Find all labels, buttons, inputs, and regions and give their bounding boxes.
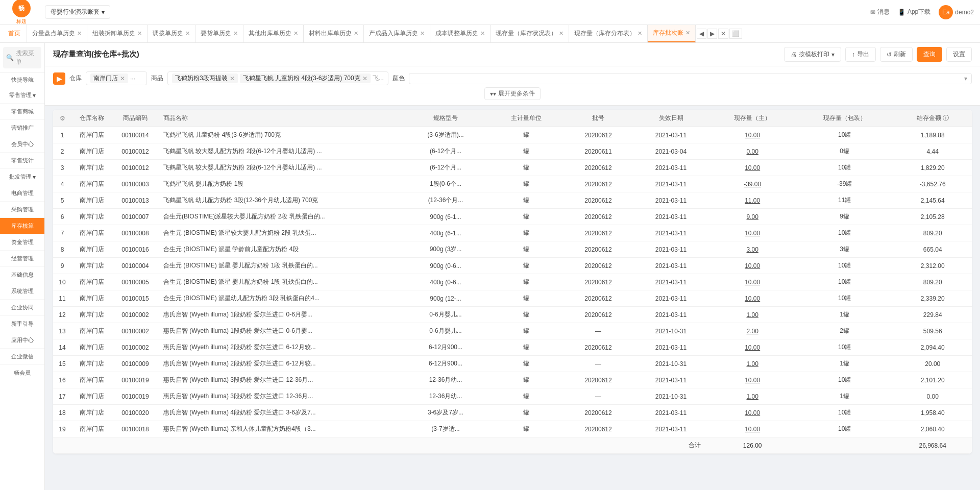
table-row: 7 南岸门店 00100008 合生元 (BIOSTIME) 派星较大婴儿配方奶… xyxy=(53,225,972,241)
sidebar-item-member-center[interactable]: 会员中心 xyxy=(0,136,44,152)
message-btn[interactable]: ✉ 消息 xyxy=(870,8,890,16)
cell-qty-main[interactable]: 10.00 xyxy=(709,339,795,356)
export-btn[interactable]: ↑ 导出 xyxy=(845,47,876,62)
user-profile[interactable]: Ea demo2 xyxy=(939,5,974,19)
workspace-selector[interactable]: 母婴行业演示账套 ▾ xyxy=(45,5,110,19)
sidebar-item-basic-info[interactable]: 基础信息 xyxy=(0,266,44,283)
query-btn[interactable]: 查询 xyxy=(917,47,942,62)
tab-maximize-btn[interactable]: ⬜ xyxy=(729,29,742,39)
cell-qty-main[interactable]: 10.00 xyxy=(709,372,795,388)
cell-qty-main[interactable]: 10.00 xyxy=(709,127,795,143)
tab-3[interactable]: 调拨单历史 ✕ xyxy=(148,25,195,42)
tab-close-5[interactable]: ✕ xyxy=(293,30,298,37)
sidebar-item-member[interactable]: 畅会员 xyxy=(0,364,44,381)
color-filter-tag-group[interactable]: ▾ xyxy=(409,73,972,84)
cell-qty-main[interactable]: 10.00 xyxy=(709,225,795,241)
cell-qty-main[interactable]: 10.00 xyxy=(709,258,795,274)
sidebar-item-purchase[interactable]: 采购管理 xyxy=(0,201,44,217)
cell-qty-main[interactable]: 1.00 xyxy=(709,307,795,323)
tab-8[interactable]: 成本调整单历史 ✕ xyxy=(430,25,491,42)
product-tag-1-close[interactable]: ✕ xyxy=(230,75,235,82)
tab-close-3[interactable]: ✕ xyxy=(185,30,190,37)
gear-icon[interactable]: ⚙ xyxy=(60,115,65,122)
refresh-btn[interactable]: ↺ 刷新 xyxy=(880,47,913,62)
sidebar-item-ecommerce[interactable]: 电商管理 xyxy=(0,185,44,201)
tab-close-4[interactable]: ✕ xyxy=(233,30,238,37)
sidebar-item-wechat[interactable]: 企业微信 xyxy=(0,348,44,364)
cell-qty-main[interactable]: -39.00 xyxy=(709,176,795,192)
tab-close-9[interactable]: ✕ xyxy=(559,30,564,37)
col-header-settings[interactable]: ⚙ xyxy=(53,110,71,127)
cell-code: 00100012 xyxy=(112,143,158,160)
cell-qty-main[interactable]: 3.00 xyxy=(709,241,795,258)
sidebar-item-cooperation[interactable]: 企业协同 xyxy=(0,299,44,315)
tab-home[interactable]: 首页 xyxy=(2,24,27,42)
warehouse-more[interactable]: ··· xyxy=(130,75,135,82)
tab-next-btn[interactable]: ▶ xyxy=(707,29,717,39)
cell-qty-main[interactable]: 0.00 xyxy=(709,143,795,160)
cell-batch: 20200612 xyxy=(564,405,632,421)
cell-qty-main[interactable]: 10.00 xyxy=(709,405,795,421)
tab-close-11[interactable]: ✕ xyxy=(685,30,690,36)
sidebar-item-wholesale[interactable]: 批发管理 ▾ xyxy=(0,168,44,185)
sidebar-item-app-center[interactable]: 应用中心 xyxy=(0,332,44,348)
cell-qty-main[interactable]: 10.00 xyxy=(709,274,795,290)
tab-4[interactable]: 要货单历史 ✕ xyxy=(195,25,243,42)
tab-prev-btn[interactable]: ◀ xyxy=(697,29,706,39)
tab-2[interactable]: 组装拆卸单历史 ✕ xyxy=(87,25,148,42)
sidebar-item-inventory[interactable]: 库存核算 xyxy=(0,217,44,234)
tab-5[interactable]: 其他出库单历史 ✕ xyxy=(243,25,304,42)
sidebar-search-box[interactable]: 🔍 搜索菜单 xyxy=(3,47,41,68)
cell-qty-main[interactable]: 9.00 xyxy=(709,209,795,225)
sidebar-item-guide[interactable]: 新手引导 xyxy=(0,315,44,332)
sidebar-item-retail-store[interactable]: 零售商城 xyxy=(0,103,44,119)
expand-more-btn[interactable]: ▾▾ 展开更多条件 xyxy=(484,87,541,100)
cell-warehouse: 南岸门店 xyxy=(71,307,112,323)
tab-10[interactable]: 现存量（库存分布表）✕ xyxy=(569,25,648,42)
cell-qty-main[interactable]: 1.00 xyxy=(709,356,795,372)
sidebar-item-retail-management[interactable]: 零售管理 ▾ xyxy=(0,87,44,103)
cell-batch: 20200612 xyxy=(564,307,632,323)
cell-qty-main[interactable]: 2.00 xyxy=(709,323,795,339)
cell-name: 惠氏启智 (Wyeth illuma) 2段奶粉 爱尔兰进口 6-12月较... xyxy=(158,339,403,356)
sidebar-item-finance[interactable]: 资金管理 xyxy=(0,234,44,250)
tab-close-all-btn[interactable]: ✕ xyxy=(718,29,728,39)
tab-close-6[interactable]: ✕ xyxy=(354,30,358,37)
product-more[interactable]: 飞... xyxy=(373,74,384,83)
app-download-btn[interactable]: 📱 App下载 xyxy=(898,8,930,16)
tab-close-7[interactable]: ✕ xyxy=(420,30,425,37)
tab-7[interactable]: 产成品入库单历史 ✕ xyxy=(364,25,430,42)
tab-11[interactable]: 库存批次账 ✕ xyxy=(648,25,696,42)
cell-name: 合生元 (BIOSTIME) 派星较大婴儿配方奶粉 2段 乳铁蛋... xyxy=(158,225,403,241)
print-btn[interactable]: 🖨 按模板打印 ▾ xyxy=(784,47,841,62)
tab-close-2[interactable]: ✕ xyxy=(137,30,142,37)
product-tag-2-close[interactable]: ✕ xyxy=(362,75,368,82)
col-header-spec: 规格型号 xyxy=(403,110,488,127)
sidebar-item-marketing[interactable]: 营销推广 xyxy=(0,119,44,136)
cell-qty-main[interactable]: 10.00 xyxy=(709,160,795,176)
product-filter-tag-group[interactable]: 飞鹤奶粉3段两提装 ✕ 飞鹤星飞帆 儿童奶粉 4段(3-6岁适用) 700克 ✕… xyxy=(167,71,388,85)
tab-9[interactable]: 现存量（库存状况表）✕ xyxy=(491,25,569,42)
sidebar-item-system[interactable]: 系统管理 xyxy=(0,283,44,299)
warehouse-tag-close[interactable]: ✕ xyxy=(120,75,125,82)
tab-close-8[interactable]: ✕ xyxy=(480,30,485,37)
tab-1[interactable]: 分量盘点单历史 ✕ xyxy=(27,25,87,42)
warehouse-filter-tag-group[interactable]: 南岸门店 ✕ ··· xyxy=(86,71,147,85)
filter-expand-btn[interactable]: ▶ xyxy=(53,72,65,85)
cell-spec: 0-6月婴儿... xyxy=(403,323,488,339)
tab-6[interactable]: 材料出库单历史 ✕ xyxy=(304,25,364,42)
settings-btn[interactable]: 设置 xyxy=(946,47,972,62)
cell-qty-main[interactable]: 10.00 xyxy=(709,290,795,307)
tab-close-1[interactable]: ✕ xyxy=(77,30,82,37)
sidebar-item-operations[interactable]: 经营管理 xyxy=(0,250,44,266)
cell-warehouse: 南岸门店 xyxy=(71,127,112,143)
cell-qty-main[interactable]: 10.00 xyxy=(709,421,795,437)
cell-qty-main[interactable]: 1.00 xyxy=(709,388,795,405)
cell-qty-main[interactable]: 11.00 xyxy=(709,192,795,209)
col-header-qty-pkg: 现存量（包装） xyxy=(796,110,894,127)
sidebar-quick-nav[interactable]: 快捷导航 xyxy=(0,72,44,87)
sidebar-item-retail-stats[interactable]: 零售统计 xyxy=(0,152,44,168)
cell-amount: 2,312.00 xyxy=(893,258,972,274)
cell-unit: 罐 xyxy=(488,209,564,225)
tab-close-10[interactable]: ✕ xyxy=(638,30,642,37)
